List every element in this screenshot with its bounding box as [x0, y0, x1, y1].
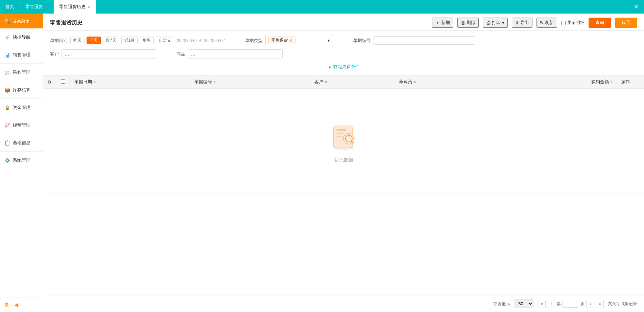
- th-number-label: 单据编号: [194, 79, 212, 85]
- th-guide-label: 导购员: [399, 79, 412, 85]
- search-icon: 🔍: [4, 18, 10, 24]
- sidebar-item-purchase-mgmt-label: 采购管理: [13, 69, 30, 75]
- sidebar-item-quick-nav-label: 快捷导航: [13, 34, 30, 40]
- page-unit: 页: [580, 301, 585, 307]
- page-total: 共0页, 0条记录: [608, 301, 637, 307]
- filter-area: 单据日期 昨天 今天 近7天 近1月 更多 自定义 2023-06-02 至 2…: [43, 31, 644, 75]
- setting-button[interactable]: 设置: [615, 18, 637, 28]
- sidebar-search[interactable]: 🔍 搜索菜单: [0, 14, 43, 28]
- filter-type: 单据类型 零售退货 ✕ ▾: [245, 35, 333, 46]
- th-checkbox: [57, 75, 70, 89]
- sidebar-item-basic-info[interactable]: 📋 基础信息: [0, 134, 43, 152]
- filter-customer: 客户 ...: [50, 49, 156, 59]
- sidebar-item-system-mgmt-label: 系统管理: [13, 157, 30, 163]
- sidebar-item-sales-mgmt[interactable]: 📊 销售管理: [0, 46, 43, 64]
- th-customer: 客户 ⇅: [310, 75, 395, 89]
- show-detail-checkbox[interactable]: [561, 21, 566, 25]
- th-date-sort[interactable]: ⇅: [93, 80, 96, 84]
- tab-retail-return-close[interactable]: ✕: [45, 5, 48, 9]
- print-dropdown-icon: ▾: [502, 20, 504, 25]
- print-button[interactable]: 🖨 打印 ▾: [483, 18, 508, 28]
- per-page-select[interactable]: 50 10 20 100: [515, 299, 533, 308]
- sidebar-settings-icon[interactable]: ⚙: [4, 302, 9, 308]
- sidebar-item-purchase-mgmt[interactable]: 🛒 采购管理: [0, 64, 43, 81]
- basic-info-icon: 📋: [4, 140, 10, 146]
- date-btn-more[interactable]: 更多: [140, 37, 154, 44]
- add-label: 新增: [441, 20, 450, 26]
- refresh-button[interactable]: ↻ 刷新: [536, 18, 557, 28]
- show-detail-checkbox-label[interactable]: 显示明细: [561, 20, 585, 26]
- page-last-button[interactable]: »: [596, 300, 604, 308]
- page-header: 零售退货历史 ＋ 新增 🗑 删除 🖨 打印 ▾ ⬆ 导出: [43, 14, 644, 31]
- page-navigation: « ‹ 第 1 页 › »: [538, 300, 604, 308]
- date-btn-last7[interactable]: 近7天: [103, 37, 119, 44]
- export-label: 导出: [520, 20, 529, 26]
- page-prev-button[interactable]: ‹: [547, 300, 555, 308]
- customer-label: 客户: [50, 51, 59, 57]
- collapse-up-icon: ▲: [328, 64, 332, 69]
- tab-home[interactable]: 首页: [0, 0, 20, 14]
- date-btn-yesterday[interactable]: 昨天: [70, 37, 85, 44]
- goods-select[interactable]: ...: [188, 49, 283, 59]
- th-customer-sort[interactable]: ⇅: [325, 80, 327, 84]
- th-settings: ⚙: [43, 75, 57, 89]
- sidebar-item-inventory[interactable]: 📦 库存核算: [0, 81, 43, 99]
- print-label: 打印: [492, 20, 501, 26]
- filter-goods: 商品 ...: [176, 49, 283, 59]
- export-icon: ⬆: [515, 20, 519, 25]
- refresh-label: 刷新: [545, 20, 554, 26]
- inventory-icon: 📦: [4, 87, 10, 93]
- settings-icon[interactable]: ⚙: [47, 80, 51, 85]
- th-amount-sort[interactable]: ⇅: [610, 80, 613, 84]
- data-table: ⚙ 单据日期 ⇅ 单据编号: [43, 75, 644, 194]
- finance-icon: 🔒: [4, 105, 10, 111]
- empty-state: 暂无数据: [47, 92, 640, 190]
- sidebar: 🔍 搜索菜单 ⚡ 快捷导航 📊 销售管理 🛒 采购管理 📦 库存核算 🔒 资金管…: [0, 14, 43, 312]
- svg-rect-3: [336, 133, 344, 134]
- select-all-checkbox[interactable]: [61, 79, 65, 84]
- page-first-button[interactable]: «: [538, 300, 546, 308]
- customer-select[interactable]: ...: [62, 49, 156, 59]
- th-amount: 实销金额 ⇅: [497, 75, 617, 89]
- page-number-input[interactable]: 1: [562, 300, 579, 308]
- date-buttons: 昨天 今天 近7天 近1月 更多 自定义: [70, 37, 174, 44]
- goods-label: 商品: [176, 51, 185, 57]
- empty-text: 暂无数据: [334, 157, 353, 163]
- date-btn-today[interactable]: 今天: [87, 37, 101, 44]
- refresh-icon: ↻: [540, 20, 544, 25]
- type-select[interactable]: 零售退货 ✕ ▾: [265, 35, 333, 46]
- window-close-button[interactable]: ✕: [634, 3, 639, 10]
- query-button[interactable]: 查询: [589, 18, 611, 28]
- add-icon: ＋: [435, 20, 440, 26]
- collapse-button[interactable]: ▲ 收起更多条件: [328, 62, 360, 71]
- type-tag-close[interactable]: ✕: [289, 38, 292, 43]
- date-btn-last-month[interactable]: 近1月: [121, 37, 138, 44]
- sidebar-item-system-mgmt[interactable]: ⚙️ 系统管理: [0, 152, 43, 169]
- pagination-bar: 每页显示 50 10 20 100 « ‹ 第 1 页 › » 共0页, 0条记…: [43, 295, 644, 312]
- date-btn-custom[interactable]: 自定义: [156, 37, 174, 44]
- export-button[interactable]: ⬆ 导出: [512, 18, 532, 28]
- tab-retail-return-history[interactable]: 零售退货历史 ✕: [54, 0, 96, 14]
- tab-retail-return[interactable]: 零售退货 ✕: [20, 0, 54, 14]
- per-page-label: 每页显示: [493, 301, 510, 307]
- sidebar-item-quick-nav[interactable]: ⚡ 快捷导航: [0, 28, 43, 46]
- filter-row-2: 客户 ... 商品 ...: [50, 49, 637, 59]
- empty-state-icon: [327, 119, 361, 153]
- tab-retail-return-history-close[interactable]: ✕: [88, 5, 91, 9]
- main-layout: 🔍 搜索菜单 ⚡ 快捷导航 📊 销售管理 🛒 采购管理 📦 库存核算 🔒 资金管…: [0, 14, 644, 312]
- tab-retail-return-label: 零售退货: [25, 4, 43, 10]
- sidebar-item-operations[interactable]: 📈 经营管理: [0, 116, 43, 134]
- sidebar-item-finance[interactable]: 🔒 资金管理: [0, 99, 43, 116]
- add-button[interactable]: ＋ 新增: [432, 18, 453, 28]
- th-guide-sort[interactable]: ⇅: [413, 80, 416, 84]
- content-area: 零售退货历史 ＋ 新增 🗑 删除 🖨 打印 ▾ ⬆ 导出: [43, 14, 644, 312]
- sidebar-collapse-icon[interactable]: ◀: [14, 302, 18, 308]
- goods-dots: ...: [191, 51, 195, 57]
- delete-button[interactable]: 🗑 删除: [457, 18, 479, 28]
- show-detail-label: 显示明细: [567, 20, 585, 26]
- tab-home-label: 首页: [5, 4, 14, 10]
- page-next-button[interactable]: ›: [586, 300, 594, 308]
- th-number-sort[interactable]: ⇅: [213, 80, 216, 84]
- number-input[interactable]: [374, 36, 475, 45]
- svg-rect-2: [336, 129, 347, 131]
